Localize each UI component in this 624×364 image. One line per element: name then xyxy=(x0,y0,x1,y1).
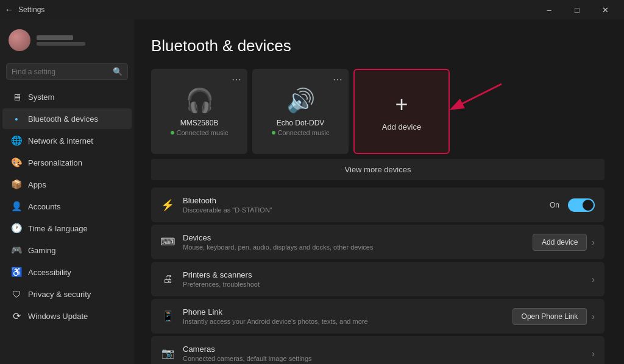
row-subtitle: Mouse, keyboard, pen, audio, displays an… xyxy=(183,243,524,251)
titlebar-left: ← Settings xyxy=(5,5,44,15)
speaker-icon: 🔊 xyxy=(286,87,315,114)
sidebar-item-time[interactable]: 🕐 Time & language xyxy=(2,218,132,239)
sidebar-item-apps[interactable]: 📦 Apps xyxy=(2,174,132,195)
view-more-button[interactable]: View more devices xyxy=(151,159,604,180)
toggle-label: On xyxy=(550,201,559,209)
sidebar-item-accessibility[interactable]: ♿ Accessibility xyxy=(2,262,132,282)
device-card-mms[interactable]: ⋯ 🎧 MMS2580B Connected music xyxy=(151,69,247,154)
apps-icon: 📦 xyxy=(11,179,22,190)
printers-row-text: Printers & scanners Preferences, trouble… xyxy=(183,270,583,288)
back-icon[interactable]: ← xyxy=(5,5,13,15)
row-title: Printers & scanners xyxy=(183,270,583,279)
sidebar-item-label: Network & internet xyxy=(28,136,93,145)
sidebar: 🔍 🖥 System • Bluetooth & devices 🌐 Netwo… xyxy=(0,19,134,364)
sidebar-item-gaming[interactable]: 🎮 Gaming xyxy=(2,240,132,261)
row-subtitle: Instantly access your Android device's p… xyxy=(183,318,504,325)
card-menu-icon[interactable]: ⋯ xyxy=(333,74,342,85)
sidebar-item-label: Windows Update xyxy=(28,312,88,321)
time-icon: 🕐 xyxy=(11,223,22,234)
windows-update-icon: ⟳ xyxy=(11,310,22,321)
devices-row-icon: ⌨ xyxy=(161,236,174,249)
search-box[interactable]: 🔍 xyxy=(6,63,128,80)
red-arrow-annotation xyxy=(447,81,508,130)
sidebar-item-label: Gaming xyxy=(28,246,56,255)
search-icon: 🔍 xyxy=(113,67,122,76)
device-name: MMS2580B xyxy=(180,119,219,127)
personalization-icon: 🎨 xyxy=(11,157,22,168)
chevron-icon: › xyxy=(592,275,595,284)
settings-row-bluetooth[interactable]: ⚡ Bluetooth Discoverable as "D-STATION" … xyxy=(151,187,604,222)
row-subtitle: Discoverable as "D-STATION" xyxy=(183,206,541,214)
sidebar-item-windows-update[interactable]: ⟳ Windows Update xyxy=(2,306,132,326)
device-card-echo[interactable]: ⋯ 🔊 Echo Dot-DDV Connected music xyxy=(252,69,349,154)
minimize-button[interactable]: – xyxy=(535,0,563,19)
sidebar-item-label: Privacy & security xyxy=(28,290,91,299)
user-section xyxy=(0,19,134,61)
printers-row-icon: 🖨 xyxy=(161,273,174,286)
phonelink-row-right: Open Phone Link › xyxy=(512,308,595,325)
devices-row-text: Devices Mouse, keyboard, pen, audio, dis… xyxy=(183,233,524,251)
titlebar: ← Settings – □ ✕ xyxy=(0,0,624,19)
chevron-icon: › xyxy=(592,349,595,359)
chevron-icon: › xyxy=(592,237,595,247)
open-phone-link-button[interactable]: Open Phone Link xyxy=(512,308,587,325)
cameras-row-text: Cameras Connected cameras, default image… xyxy=(183,345,583,362)
cameras-row-right: › xyxy=(592,349,595,359)
page-title: Bluetooth & devices xyxy=(151,37,604,55)
row-subtitle: Connected cameras, default image setting… xyxy=(183,355,583,362)
main-content: Bluetooth & devices ⋯ 🎧 MMS2580B Connect… xyxy=(134,19,624,364)
add-device-row-button[interactable]: Add device xyxy=(533,234,587,251)
row-subtitle: Preferences, troubleshoot xyxy=(183,281,583,288)
settings-row-devices[interactable]: ⌨ Devices Mouse, keyboard, pen, audio, d… xyxy=(151,225,604,259)
card-menu-icon[interactable]: ⋯ xyxy=(232,74,241,85)
bluetooth-icon: • xyxy=(11,113,22,124)
settings-row-cameras[interactable]: 📷 Cameras Connected cameras, default ima… xyxy=(151,336,604,364)
bluetooth-row-text: Bluetooth Discoverable as "D-STATION" xyxy=(183,196,541,214)
printers-row-right: › xyxy=(592,275,595,284)
add-device-card[interactable]: + Add device xyxy=(353,69,450,154)
user-email-bar xyxy=(37,42,85,46)
bluetooth-toggle[interactable] xyxy=(568,198,595,212)
sidebar-item-personalization[interactable]: 🎨 Personalization xyxy=(2,152,132,173)
row-title: Cameras xyxy=(183,345,583,354)
row-title: Phone Link xyxy=(183,307,504,317)
sidebar-item-label: Bluetooth & devices xyxy=(28,114,98,124)
phonelink-row-icon: 📱 xyxy=(161,310,174,323)
search-input[interactable] xyxy=(12,68,109,76)
maximize-button[interactable]: □ xyxy=(563,0,591,19)
device-status: Connected music xyxy=(171,129,229,136)
cards-wrapper: ⋯ 🎧 MMS2580B Connected music ⋯ 🔊 Echo Do… xyxy=(151,69,604,154)
close-button[interactable]: ✕ xyxy=(591,0,619,19)
add-device-wrapper: + Add device xyxy=(353,69,450,154)
sidebar-item-label: Personalization xyxy=(28,158,82,167)
toggle-knob xyxy=(583,200,594,211)
chevron-icon: › xyxy=(592,312,595,321)
status-dot xyxy=(272,131,275,135)
row-title: Devices xyxy=(183,233,524,242)
settings-row-printers[interactable]: 🖨 Printers & scanners Preferences, troub… xyxy=(151,262,604,296)
network-icon: 🌐 xyxy=(11,135,22,146)
avatar xyxy=(9,29,30,51)
accessibility-icon: ♿ xyxy=(11,267,22,278)
privacy-icon: 🛡 xyxy=(11,289,22,299)
sidebar-item-system[interactable]: 🖥 System xyxy=(2,86,132,107)
add-device-label: Add device xyxy=(382,122,421,131)
sidebar-item-bluetooth[interactable]: • Bluetooth & devices xyxy=(2,108,132,129)
row-title: Bluetooth xyxy=(183,196,541,205)
plus-icon: + xyxy=(395,92,408,117)
sidebar-item-accounts[interactable]: 👤 Accounts xyxy=(2,196,132,217)
sidebar-item-label: Time & language xyxy=(28,224,88,233)
user-name-bar xyxy=(37,35,73,40)
app-body: 🔍 🖥 System • Bluetooth & devices 🌐 Netwo… xyxy=(0,19,624,364)
bluetooth-toggle-area: On xyxy=(550,198,595,212)
devices-row-right: Add device › xyxy=(533,234,595,251)
sidebar-item-privacy[interactable]: 🛡 Privacy & security xyxy=(2,284,132,304)
sidebar-item-network[interactable]: 🌐 Network & internet xyxy=(2,130,132,151)
app-title: Settings xyxy=(18,5,44,14)
sidebar-item-label: Accounts xyxy=(28,202,60,211)
device-status: Connected music xyxy=(272,129,330,136)
sidebar-item-label: Apps xyxy=(28,180,46,189)
settings-row-phonelink[interactable]: 📱 Phone Link Instantly access your Andro… xyxy=(151,299,604,334)
sidebar-item-label: Accessibility xyxy=(28,268,71,277)
system-icon: 🖥 xyxy=(11,91,22,102)
